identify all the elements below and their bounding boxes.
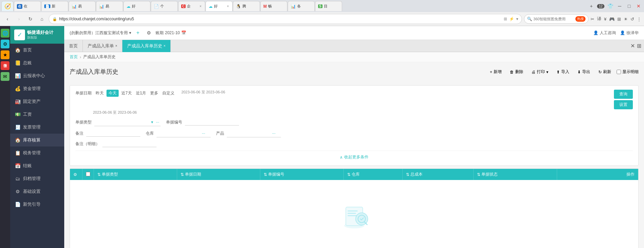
tab-page-inventory-history[interactable]: 产成品入库单历史 ×	[122, 40, 171, 52]
tab-close-7[interactable]: ×	[199, 4, 202, 8]
date-tag-custom[interactable]: 自定义	[161, 90, 176, 97]
user-profile[interactable]: 👤 徐泽华	[620, 30, 639, 36]
filter-doc-type-select[interactable]: ▾ ···	[94, 118, 161, 126]
sidebar-item-tax[interactable]: 📋 税务管理	[10, 146, 64, 159]
tab-6[interactable]: 📄 个	[151, 1, 178, 11]
print-button[interactable]: 🖨 打印 ▾	[529, 68, 551, 76]
expand-icon[interactable]: ⊞	[637, 43, 641, 49]
gear-icon[interactable]: ⚙	[73, 172, 77, 177]
minimize-button[interactable]: ─	[616, 2, 624, 10]
th-warehouse[interactable]: ⇅ 仓库	[343, 169, 402, 180]
translate-tool[interactable]: 译	[597, 16, 601, 22]
sidebar-item-fixed-assets[interactable]: 🏭 固定资产	[10, 95, 64, 108]
sidebar-item-payroll[interactable]: 💵 工资	[10, 108, 64, 121]
service-button[interactable]: 👤 人工咨询	[593, 30, 616, 36]
filter-remark-input[interactable]	[86, 130, 140, 137]
th-doc-type[interactable]: ⇅ 单据类型	[94, 169, 177, 180]
filter-detail-remark-input[interactable]	[102, 141, 157, 147]
tab-7[interactable]: C 企 ×	[178, 1, 205, 11]
date-tag-more[interactable]: 更多	[149, 90, 160, 97]
sidebar-item-basic-settings[interactable]: ⚙ 基础设置	[10, 185, 64, 198]
settings-tool[interactable]: ⋮	[637, 17, 641, 22]
date-tag-yesterday[interactable]: 昨天	[94, 90, 105, 97]
sidebar-item-cloud-report[interactable]: 📊 云报表中心	[10, 69, 64, 82]
search-bar[interactable]: 🔍 热搜	[524, 14, 589, 24]
currency-tool[interactable]: ¥	[604, 17, 606, 22]
export-button[interactable]: ⬇ 导出	[575, 68, 593, 76]
sidebar-item-archive[interactable]: 🗂 归档管理	[10, 172, 64, 185]
show-detail-checkbox[interactable]: 显示明细	[617, 69, 639, 75]
tab-12[interactable]: S 目	[315, 1, 342, 11]
filter-warehouse-select[interactable]: ···	[157, 130, 211, 137]
breadcrumb-home[interactable]: 首页	[70, 54, 78, 60]
home-button[interactable]: ⌂	[37, 14, 47, 24]
tab-count-badge[interactable]: 12	[597, 2, 605, 10]
import-button[interactable]: ⬆ 导入	[554, 68, 572, 76]
sidebar-icon-nav[interactable]: 🌐	[1, 29, 9, 38]
show-detail-input[interactable]	[617, 70, 621, 74]
add-company-button[interactable]: +	[134, 29, 142, 37]
game-tool[interactable]: 🎮	[609, 17, 615, 22]
tab-page-inventory-history-close[interactable]: ×	[164, 44, 166, 48]
forward-button[interactable]: ›	[14, 14, 24, 24]
sidebar-item-home[interactable]: 🏠 首页	[10, 44, 64, 57]
query-button[interactable]: 查询	[614, 90, 633, 99]
th-doc-date[interactable]: ⇅ 单据日期	[177, 169, 260, 180]
theme-tool[interactable]: ☀	[624, 17, 628, 22]
date-tag-7days[interactable]: 近7天	[120, 90, 133, 97]
filter-doc-number-input[interactable]	[185, 119, 239, 126]
th-doc-number[interactable]: ⇅ 单据编号	[260, 169, 343, 180]
tab-10[interactable]: M 畅	[260, 1, 287, 11]
scissors-tool[interactable]: ✂	[591, 17, 594, 22]
th-doc-status[interactable]: ⇅ 单据状态	[474, 169, 557, 180]
maximize-button[interactable]: □	[625, 2, 633, 10]
filter-product-select[interactable]: ···	[227, 130, 281, 137]
filter-doc-type-dots[interactable]: ···	[156, 120, 159, 125]
calendar-icon[interactable]: 📅	[181, 30, 186, 35]
tab-4[interactable]: 📊 易	[96, 1, 123, 11]
sidebar-item-new-voucher[interactable]: 📄 新凭引导	[10, 198, 64, 211]
th-total-cost[interactable]: ⇅ 总成本	[402, 169, 473, 180]
tab-page-inventory-list-close[interactable]: ×	[115, 44, 117, 48]
company-settings-button[interactable]: ⚙	[145, 29, 153, 37]
filter-doc-type-input[interactable]	[96, 119, 150, 125]
select-all-checkbox[interactable]	[86, 172, 90, 176]
tab-2[interactable]: 📄 新	[41, 1, 68, 11]
close-tab-x[interactable]: ✕	[630, 43, 635, 49]
sidebar-icon-mail[interactable]: ✉	[1, 72, 9, 81]
tab-page-home[interactable]: 首页	[64, 40, 83, 52]
settings-button[interactable]: 设置	[614, 100, 633, 109]
close-button[interactable]: ✕	[635, 2, 643, 10]
grid-icon[interactable]: ⊞	[504, 17, 507, 21]
new-tab-button[interactable]: +	[587, 2, 595, 10]
delete-button[interactable]: 🗑 删除	[507, 68, 526, 76]
date-tag-1month[interactable]: 近1月	[135, 90, 148, 97]
th-checkbox[interactable]	[82, 169, 94, 180]
lightning-icon[interactable]: ⚡	[509, 17, 514, 21]
date-tag-today[interactable]: 今天	[106, 90, 119, 97]
sidebar-icon-app[interactable]: ⚙	[1, 40, 9, 48]
refresh-button[interactable]: ↻ 刷新	[596, 68, 614, 76]
sidebar-icon-star[interactable]: ★	[1, 50, 9, 59]
browser-home-tab[interactable]: 🧭	[1, 1, 14, 11]
tab-11[interactable]: 📊 各	[288, 1, 315, 11]
tab-3[interactable]: 📊 易	[69, 1, 96, 11]
refresh-button[interactable]: ↻	[26, 14, 35, 24]
tab-5[interactable]: ☁ 好	[123, 1, 150, 11]
filter-warehouse-input[interactable]	[158, 130, 202, 136]
tab-8[interactable]: ☁ 好 ×	[206, 1, 233, 11]
tab-1[interactable]: 在 在	[14, 1, 41, 11]
sidebar-icon-weibo[interactable]: 微	[1, 61, 9, 70]
dropdown-icon[interactable]: ▾	[516, 17, 518, 21]
filter-product-dots[interactable]: ···	[272, 131, 276, 136]
tab-page-inventory-list[interactable]: 产成品入库单 ×	[83, 40, 122, 52]
url-bar[interactable]: 🔒 https://cloud.chanjet.com/accounting/u…	[49, 14, 522, 24]
tab-close-8[interactable]: ×	[226, 4, 230, 8]
rotate-tool[interactable]: ↺	[630, 17, 634, 22]
search-input[interactable]	[533, 17, 574, 21]
collapse-button[interactable]: ∧ 收起更多条件	[75, 153, 633, 161]
sidebar-item-ledger[interactable]: 📒 总账	[10, 57, 64, 69]
filter-warehouse-dots[interactable]: ···	[202, 131, 205, 136]
sidebar-item-fund[interactable]: 💰 资金管理	[10, 82, 64, 95]
sidebar-item-checkout[interactable]: 📅 结账	[10, 159, 64, 172]
